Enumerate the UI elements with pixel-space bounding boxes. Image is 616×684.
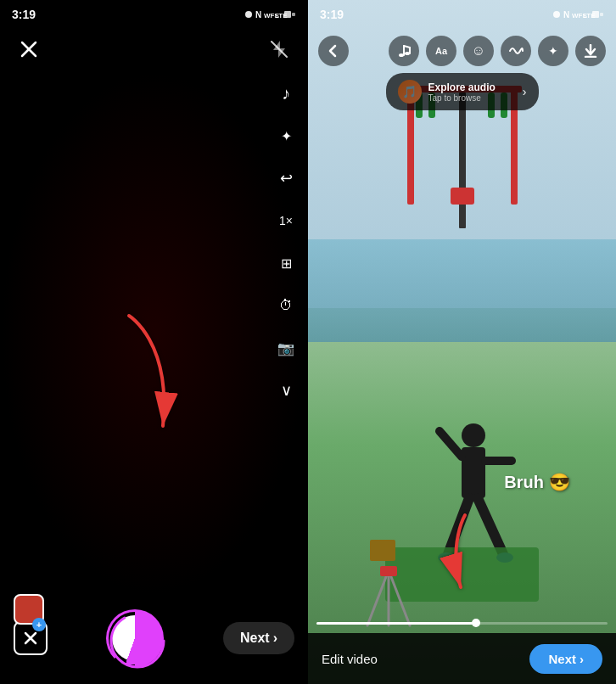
text-icon-label: Aa xyxy=(435,46,447,56)
svg-point-0 xyxy=(245,11,252,18)
next-button-right[interactable]: Next › xyxy=(529,644,602,674)
record-ring xyxy=(106,609,164,667)
audio-avatar: 🎵 xyxy=(398,80,422,104)
bottom-bar-right: Edit video Next › xyxy=(308,633,616,684)
edit-video-button[interactable]: Edit video xyxy=(322,652,378,666)
top-toolbar-right: Aa ☺ ✦ xyxy=(308,29,616,73)
download-icon xyxy=(584,44,597,58)
progress-fill xyxy=(316,622,477,625)
squiggle-toolbar-button[interactable] xyxy=(501,36,531,66)
svg-line-44 xyxy=(404,46,410,48)
move-toolbar-button[interactable]: ✦ xyxy=(538,36,568,66)
next-label-right: Next xyxy=(548,652,576,666)
explore-audio-banner[interactable]: 🎵 Explore audio Tap to browse › xyxy=(386,73,539,110)
camera-tools: ♪ ✦ ↩ 1× ⊞ ⏱ 📷 ∨ xyxy=(272,80,300,404)
emoji-toolbar-button[interactable]: ☺ xyxy=(463,36,494,66)
timer-tool[interactable]: ⏱ xyxy=(272,292,300,319)
status-bar-right: 3:19 N WFS LTE xyxy=(308,0,616,27)
next-chevron-left: › xyxy=(273,631,277,646)
next-button-left[interactable]: Next › xyxy=(223,622,294,654)
download-toolbar-button[interactable] xyxy=(575,36,606,66)
svg-line-28 xyxy=(478,498,503,554)
svg-rect-21 xyxy=(459,93,466,228)
right-panel: 3:19 N WFS LTE xyxy=(308,0,616,684)
svg-line-33 xyxy=(389,570,410,625)
squiggle-icon xyxy=(508,45,524,57)
audio-chevron: › xyxy=(523,85,527,98)
toolbar-icons: Aa ☺ ✦ xyxy=(389,36,606,66)
back-icon xyxy=(327,44,340,58)
svg-rect-39 xyxy=(592,11,599,18)
red-arrow-svg-left xyxy=(104,307,188,443)
arrow-indicator-left xyxy=(104,307,188,446)
video-progress-bar[interactable] xyxy=(316,622,608,625)
top-controls-left xyxy=(0,27,308,71)
status-icons-left: N WFS LTE xyxy=(245,8,296,20)
status-icons-svg-left: N WFS LTE xyxy=(245,8,296,20)
more-tool[interactable]: ∨ xyxy=(272,377,300,404)
svg-rect-34 xyxy=(380,566,397,576)
flash-icon xyxy=(269,39,289,59)
music-toolbar-button[interactable] xyxy=(389,36,419,66)
svg-text:N: N xyxy=(255,10,261,20)
camera-viewfinder: ♪ ✦ ↩ 1× ⊞ ⏱ 📷 ∨ xyxy=(0,71,308,596)
speed-tool[interactable]: 1× xyxy=(272,207,300,234)
progress-handle[interactable] xyxy=(472,619,480,627)
left-panel: 3:19 N WFS LTE xyxy=(0,0,308,684)
move-icon: ✦ xyxy=(548,44,558,58)
audio-subtitle: Tap to browse xyxy=(428,93,516,103)
delete-icon xyxy=(22,630,39,647)
svg-point-23 xyxy=(462,423,485,447)
svg-rect-5 xyxy=(292,13,295,16)
close-button[interactable] xyxy=(14,34,44,64)
time-right: 3:19 xyxy=(320,8,344,21)
tripod xyxy=(363,562,414,630)
gallery-add-button[interactable]: + xyxy=(32,618,46,631)
close-icon xyxy=(20,40,38,59)
back-button[interactable] xyxy=(318,36,349,66)
audio-title: Explore audio xyxy=(428,81,516,93)
status-bar-left: 3:19 N WFS LTE xyxy=(0,0,308,27)
next-label-left: Next xyxy=(240,631,270,646)
sparkles-tool[interactable]: ✦ xyxy=(272,122,300,149)
bottom-controls-left: Next › xyxy=(0,596,308,684)
layout-tool[interactable]: ⊞ xyxy=(272,249,300,277)
svg-line-31 xyxy=(367,570,389,625)
next-chevron-right: › xyxy=(580,652,584,666)
svg-rect-40 xyxy=(600,13,603,16)
bruh-text-overlay: Bruh 😎 xyxy=(504,472,569,492)
svg-text:N: N xyxy=(563,10,569,20)
svg-line-25 xyxy=(440,431,462,457)
record-button-container xyxy=(106,609,164,667)
record-ring-svg xyxy=(109,612,166,670)
svg-rect-22 xyxy=(451,188,474,205)
svg-point-13 xyxy=(111,614,164,667)
camera-flip-tool[interactable]: 📷 xyxy=(272,334,300,362)
svg-line-27 xyxy=(448,498,469,554)
status-icons-right: N WFS LTE xyxy=(553,8,604,20)
time-left: 3:19 xyxy=(12,8,36,21)
music-tool[interactable]: ♪ xyxy=(272,80,300,107)
undo-tool[interactable]: ↩ xyxy=(272,165,300,192)
flash-button[interactable] xyxy=(264,34,294,64)
audio-info: Explore audio Tap to browse xyxy=(428,81,516,103)
emoji-icon: ☺ xyxy=(472,43,485,59)
music-toolbar-icon xyxy=(397,44,411,58)
box xyxy=(370,540,395,561)
status-icons-svg-right: N WFS LTE xyxy=(553,8,604,20)
text-toolbar-button[interactable]: Aa xyxy=(426,36,456,66)
svg-rect-4 xyxy=(284,11,291,18)
svg-point-35 xyxy=(553,11,560,18)
